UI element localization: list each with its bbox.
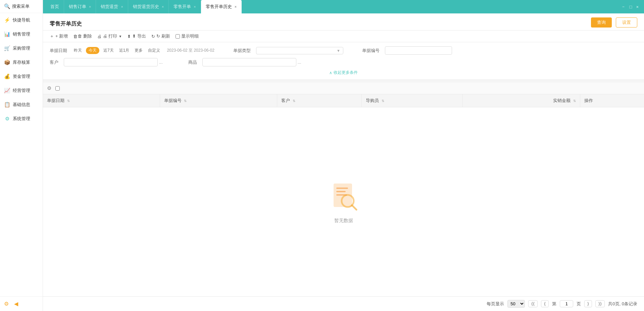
- tab-sales-return-history-close[interactable]: ×: [162, 5, 164, 9]
- tab-retail-open-label: 零售开单: [174, 4, 191, 10]
- delete-icon: 🗑: [73, 34, 78, 39]
- order-type-select[interactable]: ▼: [256, 47, 343, 54]
- sidebar-item-operations[interactable]: 📈 经营管理: [0, 84, 43, 98]
- tab-bar-right: － □ ×: [621, 4, 641, 10]
- sidebar-item-quick-nav[interactable]: ⚡ 快捷导航: [0, 13, 43, 27]
- customer-field: ...: [64, 58, 163, 66]
- window-maximize[interactable]: □: [630, 4, 632, 9]
- svg-line-6: [352, 205, 356, 210]
- page-next-btn[interactable]: ⟩: [584, 300, 592, 307]
- tab-retail-open-close[interactable]: ×: [194, 5, 196, 9]
- col-salesperson-label: 导购员: [366, 98, 379, 103]
- date-btn-custom[interactable]: 自定义: [147, 47, 161, 54]
- export-button[interactable]: ⬆ ⬆ 导出: [127, 33, 146, 39]
- svg-rect-2: [336, 191, 346, 192]
- page-suffix: 页: [577, 301, 581, 307]
- collapse-up-icon: ∧: [329, 70, 332, 75]
- date-btn-more[interactable]: 更多: [133, 47, 144, 54]
- date-btn-7days[interactable]: 近7天: [102, 47, 115, 54]
- goods-input[interactable]: [202, 58, 296, 66]
- add-button[interactable]: ＋ + 新增: [50, 33, 68, 39]
- tab-sales-return-history-label: 销货退货历史: [133, 4, 159, 10]
- tab-retail-open[interactable]: 零售开单 ×: [169, 0, 201, 13]
- col-date-sort: ⇅: [67, 99, 70, 103]
- col-action: 操作: [580, 94, 644, 107]
- sidebar-item-finance[interactable]: 💰 资金管理: [0, 69, 43, 84]
- delete-button[interactable]: 🗑 🗑 删除: [73, 33, 92, 39]
- tab-retail-open-history[interactable]: 零售开单历史 ×: [201, 0, 242, 13]
- finance-icon: 💰: [4, 73, 10, 80]
- customer-input[interactable]: [64, 58, 158, 66]
- date-btn-1month[interactable]: 近1月: [118, 47, 131, 54]
- print-button[interactable]: 🖨 🖨 打印 ▼: [97, 33, 122, 39]
- order-type-dropdown-icon: ▼: [337, 49, 340, 53]
- tab-bar-left: 首页 销售订单 × 销货退货 × 销货退货历史 × 零售开单 × 零售开单历史 …: [46, 0, 242, 13]
- col-salesperson-sort: ⇅: [382, 99, 384, 103]
- print-icon: 🖨: [97, 34, 102, 39]
- table-settings-icon[interactable]: ⚙: [47, 85, 51, 91]
- page-last-btn[interactable]: ⟩⟩: [595, 300, 605, 307]
- window-minimize[interactable]: －: [621, 4, 626, 10]
- sidebar-item-label: 基础信息: [13, 102, 30, 108]
- sidebar-item-sales-mgmt[interactable]: 📊 销售管理: [0, 27, 43, 41]
- col-date[interactable]: 单据日期 ⇅: [43, 94, 160, 107]
- page-first-btn[interactable]: ⟨⟨: [528, 300, 538, 307]
- sidebar-search[interactable]: 🔍 搜索采单: [0, 0, 43, 13]
- tab-sales-return-history[interactable]: 销货退货历史 ×: [128, 0, 169, 13]
- tab-bar: 首页 销售订单 × 销货退货 × 销货退货历史 × 零售开单 × 零售开单历史 …: [43, 0, 644, 13]
- page-title: 零售开单历史: [50, 20, 82, 28]
- sidebar-item-label: 采购管理: [13, 45, 30, 51]
- settings-bottom-icon[interactable]: ⚙: [4, 301, 9, 307]
- tab-home-label: 首页: [50, 4, 59, 10]
- col-customer-sort: ⇅: [293, 99, 295, 103]
- filter-row-2: 客户 ... 商品 ...: [50, 58, 637, 66]
- table-header-row: 单据日期 ⇅ 单据编号 ⇅ 客户 ⇅ 导购员 ⇅: [43, 94, 644, 107]
- col-salesperson[interactable]: 导购员 ⇅: [362, 94, 463, 107]
- col-amount[interactable]: 实销金额 ⇅: [462, 94, 580, 107]
- col-action-label: 操作: [584, 98, 593, 103]
- sidebar-item-label: 库存核算: [13, 59, 30, 65]
- show-detail-input[interactable]: [176, 34, 180, 39]
- goods-label: 商品: [188, 59, 197, 65]
- tab-sales-order[interactable]: 销售订单 ×: [64, 0, 96, 13]
- select-all-checkbox[interactable]: [55, 86, 60, 91]
- svg-rect-1: [336, 188, 348, 189]
- collapse-sidebar-icon[interactable]: ◀: [14, 301, 18, 307]
- date-options: 昨天 今天 近7天 近1月 更多 自定义: [72, 47, 161, 54]
- filter-area: 单据日期 昨天 今天 近7天 近1月 更多 自定义 2023-06-02 至 2…: [43, 42, 644, 80]
- tab-retail-open-history-close[interactable]: ×: [235, 5, 237, 9]
- tab-sales-return[interactable]: 销货退货 ×: [96, 0, 128, 13]
- settings-button[interactable]: 设置: [616, 17, 637, 28]
- col-customer[interactable]: 客户 ⇅: [277, 94, 362, 107]
- order-no-input[interactable]: [385, 46, 452, 55]
- tab-sales-order-close[interactable]: ×: [89, 5, 91, 9]
- sidebar: 🔍 搜索采单 ⚡ 快捷导航 📊 销售管理 🛒 采购管理 📦 库存核算 💰 资金管…: [0, 0, 43, 311]
- tab-sales-return-close[interactable]: ×: [121, 5, 123, 9]
- sidebar-item-purchase-mgmt[interactable]: 🛒 采购管理: [0, 41, 43, 55]
- sidebar-search-label: 搜索采单: [12, 3, 30, 9]
- show-detail-checkbox[interactable]: 显示明细: [176, 33, 199, 39]
- goods-field: ...: [202, 58, 301, 66]
- empty-text: 暂无数据: [334, 218, 353, 224]
- sidebar-item-basic-info[interactable]: 📋 基础信息: [0, 98, 43, 112]
- date-btn-today[interactable]: 今天: [86, 47, 99, 54]
- order-no-label: 单据编号: [362, 48, 380, 54]
- svg-point-5: [344, 197, 352, 205]
- page-prev-btn[interactable]: ⟨: [541, 300, 549, 307]
- date-btn-yesterday[interactable]: 昨天: [72, 47, 83, 54]
- col-no[interactable]: 单据编号 ⇅: [160, 94, 277, 107]
- sidebar-item-system[interactable]: ⚙ 系统管理: [0, 112, 43, 126]
- tab-home[interactable]: 首页: [46, 0, 64, 13]
- col-date-label: 单据日期: [47, 98, 64, 103]
- purchase-mgmt-icon: 🛒: [4, 45, 10, 51]
- refresh-button[interactable]: ↻ ↻ 刷新: [151, 33, 170, 39]
- sidebar-item-inventory[interactable]: 📦 库存核算: [0, 55, 43, 69]
- goods-dots[interactable]: ...: [298, 60, 301, 65]
- per-page-select[interactable]: 50 10 20 100: [507, 300, 525, 308]
- page-input[interactable]: [560, 300, 573, 307]
- query-button[interactable]: 查询: [591, 17, 612, 28]
- quick-nav-icon: ⚡: [4, 17, 10, 23]
- customer-dots[interactable]: ...: [159, 60, 163, 65]
- window-close[interactable]: ×: [636, 4, 639, 9]
- collapse-bar[interactable]: ∧ 收起更多条件: [50, 70, 637, 75]
